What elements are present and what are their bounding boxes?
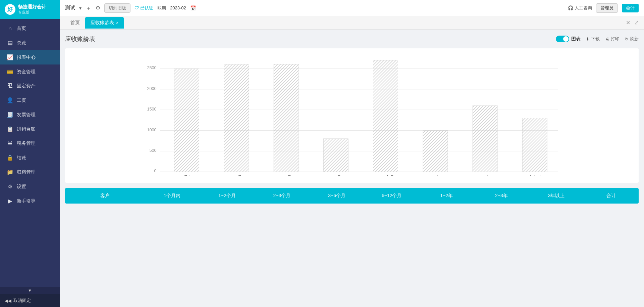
svg-text:2-3月: 2-3月 xyxy=(281,175,291,176)
nav-label-tax: 税务管理 xyxy=(17,140,36,146)
sidebar-item-tax[interactable]: 🏛 税务管理 xyxy=(0,136,60,150)
nav-label-fund-management: 资金管理 xyxy=(17,69,36,75)
settings-icon: ⚙ xyxy=(7,183,13,190)
invoice-icon: 🧾 xyxy=(7,112,13,118)
tab-close-btn[interactable]: × xyxy=(116,20,118,25)
ledger-icon: ▤ xyxy=(7,40,13,46)
consult-label: 人工咨询 xyxy=(575,5,592,11)
cancel-fixed-btn[interactable]: ◀◀ 取消固定 xyxy=(0,294,60,307)
page-content: 应收账龄表 图表 ⬇ 下载 🖨 打印 xyxy=(60,30,644,307)
tab-home[interactable]: 首页 xyxy=(65,17,85,29)
tab-home-label: 首页 xyxy=(70,20,80,26)
switch-old-btn[interactable]: 切到旧版 xyxy=(104,3,130,13)
user-btn[interactable]: 管理员 xyxy=(596,3,618,13)
logo-text-block: 畅捷通好会计 专业版 xyxy=(18,4,46,15)
calendar-icon[interactable]: 📅 xyxy=(190,5,196,11)
svg-text:1月内: 1月内 xyxy=(181,175,192,176)
cancel-fixed-icon: ◀◀ xyxy=(5,298,11,303)
svg-text:1-2年: 1-2年 xyxy=(430,175,440,176)
sidebar-item-archive[interactable]: 📁 归档管理 xyxy=(0,165,60,179)
bar-3plus-year xyxy=(522,118,547,172)
svg-text:1000: 1000 xyxy=(147,128,156,132)
chart-area: 0 500 1000 1500 2000 2500 xyxy=(65,48,639,183)
refresh-icon: ↻ xyxy=(625,37,629,42)
toggle-track[interactable] xyxy=(556,36,569,42)
sidebar-item-fund-management[interactable]: 💳 资金管理 xyxy=(0,64,60,79)
role-btn[interactable]: 会计 xyxy=(622,4,639,12)
nav-label-purchase-sale: 进销台账 xyxy=(17,126,36,132)
bar-3-6month xyxy=(323,139,348,172)
fund-icon: 💳 xyxy=(7,69,13,75)
verified-badge: 🛡 已认证 xyxy=(135,5,153,11)
sidebar: 好 畅捷通好会计 专业版 ⌂ 首页 ▤ 总账 📈 报表中心 💳 资金管理 🏗 固… xyxy=(0,0,60,307)
closing-icon: 🔒 xyxy=(7,155,13,161)
download-btn[interactable]: ⬇ 下载 xyxy=(586,36,600,42)
tax-icon: 🏛 xyxy=(7,140,13,146)
report-header: 应收账龄表 图表 ⬇ 下载 🖨 打印 xyxy=(65,35,639,43)
report-title: 应收账龄表 xyxy=(65,35,95,43)
print-label: 打印 xyxy=(611,36,620,42)
project-title: 测试 xyxy=(65,5,75,11)
assets-icon: 🏗 xyxy=(7,83,13,89)
print-icon: 🖨 xyxy=(605,37,609,42)
nav-label-closing: 结账 xyxy=(17,155,26,161)
svg-text:2-3年: 2-3年 xyxy=(480,175,490,176)
period-value: 2023-02 xyxy=(170,5,186,10)
payroll-icon: 👤 xyxy=(7,97,13,103)
print-btn[interactable]: 🖨 打印 xyxy=(605,36,620,42)
sidebar-item-general-ledger[interactable]: ▤ 总账 xyxy=(0,36,60,50)
tab-receivable-aging[interactable]: 应收账龄表 × xyxy=(85,17,124,29)
topbar: 测试 ▾ ＋ ⚙ 切到旧版 🛡 已认证 账期 2023-02 📅 🎧 人工咨询 … xyxy=(60,0,644,16)
svg-text:1-2月: 1-2月 xyxy=(231,175,241,176)
verified-icon: 🛡 xyxy=(135,5,139,10)
sidebar-item-report-center[interactable]: 📈 报表中心 xyxy=(0,50,60,64)
consult-btn[interactable]: 🎧 人工咨询 xyxy=(568,5,592,11)
svg-text:500: 500 xyxy=(149,148,156,153)
th-6-12month: 6~12个月 xyxy=(364,188,419,204)
logo-area: 好 畅捷通好会计 专业版 xyxy=(0,0,60,19)
period-label: 账期 xyxy=(157,5,166,11)
bar-2-3year xyxy=(473,105,497,172)
bar-1month xyxy=(174,69,199,172)
project-dropdown[interactable]: ▾ xyxy=(79,5,82,11)
close-window-btn[interactable]: ✕ xyxy=(626,19,630,26)
bar-chart: 0 500 1000 1500 2000 2500 xyxy=(72,55,632,176)
th-3plus-year: 3年以上 xyxy=(529,188,584,204)
th-1-2year: 1~2年 xyxy=(419,188,474,204)
sidebar-item-purchase-sale[interactable]: 📋 进销台账 xyxy=(0,122,60,136)
chart-toggle[interactable]: 图表 xyxy=(556,36,581,42)
nav-label-guide: 新手引导 xyxy=(17,198,36,204)
headset-icon: 🎧 xyxy=(568,5,573,10)
scroll-down-btn[interactable]: ▼ xyxy=(0,287,60,294)
svg-text:2500: 2500 xyxy=(147,65,156,70)
sidebar-item-settings[interactable]: ⚙ 设置 xyxy=(0,179,60,194)
expand-btn[interactable]: ⤢ xyxy=(634,19,639,26)
bar-1-2year xyxy=(423,130,448,172)
svg-text:1500: 1500 xyxy=(147,107,156,112)
cancel-fixed-label: 取消固定 xyxy=(13,298,31,304)
sidebar-item-closing[interactable]: 🔒 结账 xyxy=(0,150,60,165)
archive-icon: 📁 xyxy=(7,169,13,175)
add-project-btn[interactable]: ＋ xyxy=(86,4,92,12)
th-customer: 客户 xyxy=(65,188,145,204)
sidebar-item-home[interactable]: ⌂ 首页 xyxy=(0,21,60,36)
nav-label-report-center: 报表中心 xyxy=(17,54,36,60)
sidebar-item-invoice[interactable]: 🧾 发票管理 xyxy=(0,107,60,122)
refresh-btn[interactable]: ↻ 刷新 xyxy=(625,36,639,42)
table-header-row: 客户 1个月内 1~2个月 2~3个月 3~6个月 6~12个月 1~2年 2~… xyxy=(65,188,639,204)
bar-6-12month xyxy=(373,60,398,172)
th-1month: 1个月内 xyxy=(145,188,200,204)
th-total: 合计 xyxy=(584,188,639,204)
sidebar-item-payroll[interactable]: 👤 工资 xyxy=(0,93,60,107)
nav-menu: ⌂ 首页 ▤ 总账 📈 报表中心 💳 资金管理 🏗 固定资产 👤 工资 🧾 发票… xyxy=(0,19,60,287)
sidebar-item-guide[interactable]: ▶ 新手引导 xyxy=(0,194,60,208)
report-container: 应收账龄表 图表 ⬇ 下载 🖨 打印 xyxy=(60,30,644,209)
table-area: 客户 1个月内 1~2个月 2~3个月 3~6个月 6~12个月 1~2年 2~… xyxy=(65,188,639,204)
toggle-label: 图表 xyxy=(571,36,581,42)
tab-bar: 首页 应收账龄表 × ✕ ⤢ xyxy=(60,16,644,30)
logo-icon: 好 xyxy=(5,4,15,15)
sidebar-item-fixed-assets[interactable]: 🏗 固定资产 xyxy=(0,79,60,93)
project-settings-btn[interactable]: ⚙ xyxy=(96,5,100,11)
report-actions: 图表 ⬇ 下载 🖨 打印 ↻ 刷新 xyxy=(556,36,639,42)
svg-text:6-12个月: 6-12个月 xyxy=(377,175,394,176)
